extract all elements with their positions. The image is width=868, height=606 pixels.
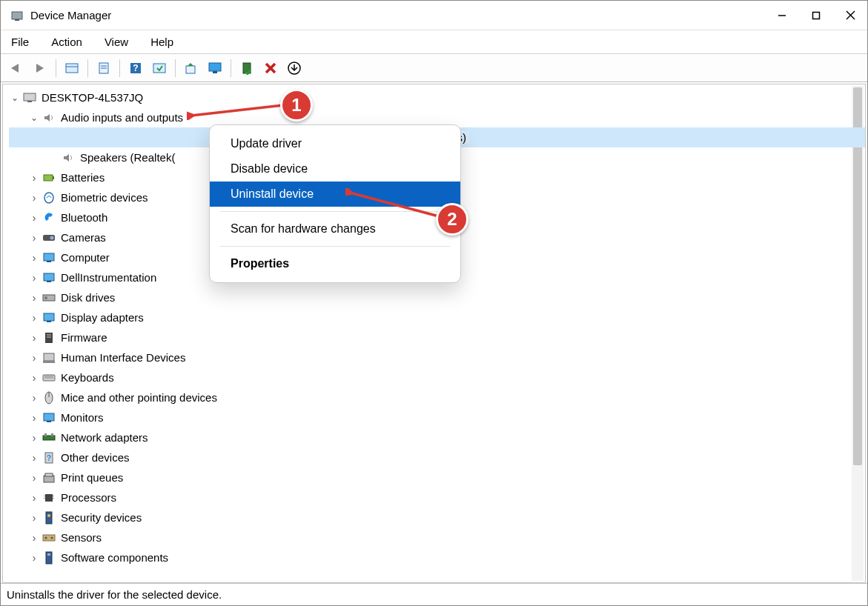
chevron-right-icon[interactable] [28, 192, 40, 204]
chevron-right-icon[interactable] [28, 352, 40, 364]
chevron-right-icon[interactable] [28, 472, 40, 484]
battery-icon [40, 170, 58, 185]
monitor-icon [40, 270, 58, 285]
separator [231, 59, 231, 77]
window-controls [765, 1, 867, 30]
svg-rect-0 [12, 12, 22, 19]
chevron-right-icon[interactable] [28, 512, 40, 524]
tree-category[interactable]: Display adapters [9, 307, 865, 327]
enable-device-button[interactable] [236, 57, 258, 79]
tree-root[interactable]: DESKTOP-4L537JQ [9, 87, 865, 107]
annotation-arrow-2 [345, 188, 442, 221]
uninstall-device-button[interactable] [283, 57, 305, 79]
chevron-right-icon[interactable] [28, 232, 40, 244]
chevron-right-icon[interactable] [28, 432, 40, 444]
minimize-button[interactable] [765, 1, 799, 30]
separator [175, 59, 176, 77]
tree-category[interactable]: Mice and other pointing devices [9, 387, 865, 407]
tree-category[interactable]: Print queues [9, 467, 865, 487]
show-hidden-button[interactable] [61, 57, 83, 79]
chevron-down-icon[interactable] [9, 93, 21, 103]
category-label: Batteries [61, 171, 105, 184]
tree-category[interactable]: ?Other devices [9, 447, 865, 467]
vertical-scrollbar[interactable] [852, 86, 864, 581]
chevron-right-icon[interactable] [28, 412, 40, 424]
component-icon [40, 550, 58, 565]
tree-category[interactable]: Sensors [9, 527, 865, 547]
chevron-right-icon[interactable] [28, 272, 40, 284]
category-label: Mice and other pointing devices [61, 391, 217, 404]
svg-rect-58 [53, 496, 54, 496]
update-driver-button[interactable] [180, 57, 202, 79]
back-button[interactable] [5, 57, 27, 79]
svg-rect-22 [27, 101, 32, 102]
svg-rect-56 [44, 496, 45, 496]
ctx-update-driver[interactable]: Update driver [210, 131, 460, 156]
svg-rect-37 [47, 334, 51, 336]
separator [119, 59, 120, 77]
category-label: Network adapters [61, 431, 148, 444]
svg-rect-34 [44, 313, 54, 321]
monitor-icon [40, 410, 58, 425]
chevron-right-icon[interactable] [28, 372, 40, 384]
menu-view[interactable]: View [102, 33, 131, 51]
tree-category[interactable]: Firmware [9, 327, 865, 347]
chevron-right-icon[interactable] [28, 332, 40, 344]
chevron-right-icon[interactable] [28, 312, 40, 324]
tree-category[interactable]: Human Interface Devices [9, 347, 865, 367]
tree-category[interactable]: Disk drives [9, 287, 865, 307]
tree-panel: DESKTOP-4L537JQ Audio inputs and outputs… [2, 84, 866, 583]
separator [87, 59, 88, 77]
statusbar: Uninstalls the driver for the selected d… [1, 583, 867, 605]
disable-device-button[interactable] [259, 57, 282, 79]
close-button[interactable] [833, 1, 867, 30]
root-label: DESKTOP-4L537JQ [42, 91, 143, 104]
menu-file[interactable]: File [8, 33, 32, 51]
svg-rect-1 [15, 19, 19, 21]
unknown-device-icon: ? [40, 450, 58, 465]
chevron-right-icon[interactable] [28, 172, 40, 184]
svg-line-67 [191, 105, 283, 116]
svg-rect-21 [24, 93, 36, 101]
tree-category[interactable]: Keyboards [9, 367, 865, 387]
tree-category[interactable]: Security devices [9, 507, 865, 527]
annotation-step-2: 2 [436, 203, 468, 236]
tree-category[interactable]: Monitors [9, 407, 865, 427]
chevron-right-icon[interactable] [28, 532, 40, 544]
properties-button[interactable] [93, 57, 115, 79]
svg-rect-40 [43, 361, 55, 363]
svg-rect-39 [44, 353, 54, 361]
separator [220, 246, 450, 247]
security-icon [40, 510, 58, 525]
chevron-right-icon[interactable] [28, 452, 40, 464]
category-label: Software components [61, 551, 168, 564]
menu-help[interactable]: Help [148, 33, 176, 51]
category-label: Biometric devices [61, 191, 148, 204]
ctx-properties[interactable]: Properties [210, 251, 460, 276]
tree-category[interactable]: Network adapters [9, 427, 865, 447]
tree-category[interactable]: Software components [9, 547, 865, 567]
ctx-disable-device[interactable]: Disable device [210, 156, 460, 182]
annotation-arrow-1 [187, 99, 286, 120]
chevron-right-icon[interactable] [28, 212, 40, 224]
category-label: Security devices [61, 511, 142, 524]
chevron-right-icon[interactable] [28, 252, 40, 264]
help-button[interactable]: ? [125, 57, 147, 79]
scan-hardware-button[interactable] [148, 57, 170, 79]
chevron-right-icon[interactable] [28, 392, 40, 404]
svg-line-68 [350, 193, 439, 216]
status-text: Uninstalls the driver for the selected d… [7, 588, 222, 601]
chevron-right-icon[interactable] [28, 292, 40, 304]
chevron-right-icon[interactable] [28, 492, 40, 504]
menu-action[interactable]: Action [48, 33, 85, 51]
forward-button[interactable] [29, 57, 51, 79]
svg-rect-16 [213, 71, 217, 73]
tree-category[interactable]: Processors [9, 487, 865, 507]
camera-icon [40, 230, 58, 245]
maximize-button[interactable] [799, 1, 833, 30]
cpu-icon [40, 490, 58, 505]
monitor-button[interactable] [204, 57, 226, 79]
chevron-right-icon[interactable] [28, 552, 40, 564]
toolbar: ? [1, 54, 867, 82]
chevron-down-icon[interactable] [28, 113, 40, 123]
